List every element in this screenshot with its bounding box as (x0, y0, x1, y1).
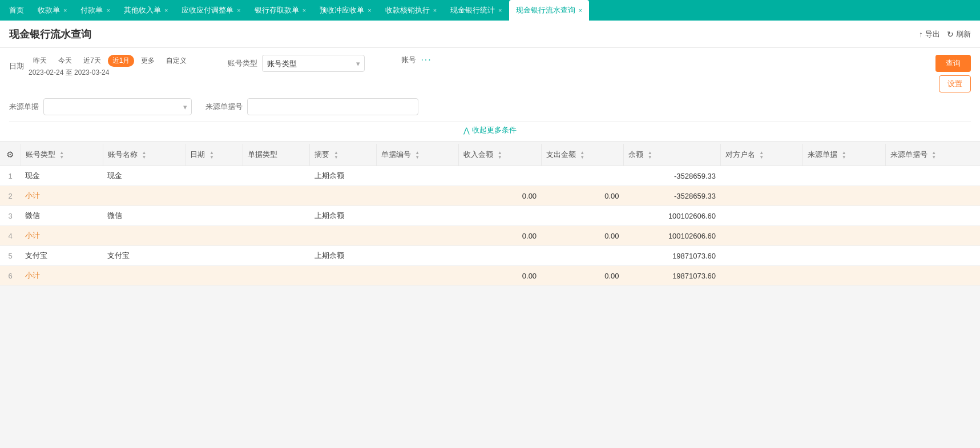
row-balance: -3528659.33 (624, 166, 720, 186)
date-opt-7days[interactable]: 近7天 (79, 55, 106, 67)
source-doc-select[interactable] (43, 98, 192, 115)
query-button[interactable]: 查询 (935, 55, 971, 72)
date-label: 日期 (9, 61, 24, 71)
refresh-button[interactable]: ↻ 刷新 (947, 29, 971, 39)
settings-button[interactable]: 设置 (939, 75, 971, 92)
row-balance: 19871073.60 (624, 246, 720, 266)
date-opt-custom[interactable]: 自定义 (162, 55, 191, 67)
row-expense: 0.00 (541, 266, 623, 286)
col-settings[interactable]: ⚙ (0, 144, 21, 166)
collapse-filter-button[interactable]: ⋀ 收起更多条件 (9, 121, 971, 139)
close-cash-flow-icon[interactable]: × (579, 0, 582, 21)
row-account-type: 小计 (21, 266, 103, 286)
date-opt-today[interactable]: 今天 (54, 55, 76, 67)
row-source-doc (803, 206, 885, 226)
row-account-type: 小计 (21, 226, 103, 246)
row-balance: 19871073.60 (624, 266, 720, 286)
row-summary (310, 226, 376, 246)
top-navigation: 首页 收款单 × 付款单 × 其他收入单 × 应收应付调整单 × 银行存取款单 … (0, 0, 980, 21)
row-date (185, 246, 243, 266)
nav-bank-deposit[interactable]: 银行存取款单 × (248, 0, 313, 21)
row-source-doc (803, 226, 885, 246)
row-date (185, 266, 243, 286)
row-doc-type (243, 206, 310, 226)
data-table-wrapper: ⚙ 账号类型 ▲▼ 账号名称 ▲▼ 日期 ▲▼ 单据类型 摘 (0, 144, 980, 286)
close-payment-icon[interactable]: × (106, 0, 110, 21)
date-opt-yesterday[interactable]: 昨天 (29, 55, 51, 67)
row-account-name: 支付宝 (103, 246, 185, 266)
nav-other-income[interactable]: 其他收入单 × (117, 0, 175, 21)
table-row: 4小计0.000.00100102606.60 (0, 226, 980, 246)
row-doc-type (243, 226, 310, 246)
row-index: 5 (0, 246, 21, 266)
row-account-name (103, 226, 185, 246)
row-doc-no (376, 246, 458, 266)
nav-ar-ap-adjust[interactable]: 应收应付调整单 × (175, 0, 247, 21)
account-type-select[interactable]: 账号类型 (262, 55, 365, 72)
col-counterpart[interactable]: 对方户名 ▲▼ (720, 144, 802, 166)
source-doc-no-input[interactable] (247, 98, 418, 115)
row-summary (310, 266, 376, 286)
date-filter-col: 昨天 今天 近7天 近1月 更多 自定义 2023-02-24 至 2023-0… (29, 55, 191, 78)
source-doc-select-wrapper (43, 98, 192, 115)
row-source-doc-no (885, 266, 980, 286)
nav-cash-stats[interactable]: 现金银行统计 × (443, 0, 509, 21)
account-filter-group: 账号 ··· (401, 55, 431, 65)
col-income[interactable]: 收入金额 ▲▼ (459, 144, 541, 166)
nav-receipt-exec[interactable]: 收款核销执行 × (378, 0, 443, 21)
settings-gear-icon[interactable]: ⚙ (6, 150, 14, 159)
row-income: 0.00 (459, 266, 541, 286)
row-balance: -3528659.33 (624, 186, 720, 206)
row-source-doc (803, 166, 885, 186)
col-balance[interactable]: 余额 ▲▼ (624, 144, 720, 166)
col-date[interactable]: 日期 ▲▼ (185, 144, 243, 166)
row-date (185, 186, 243, 206)
row-source-doc-no (885, 226, 980, 246)
row-counterpart (720, 166, 802, 186)
nav-payment[interactable]: 付款单 × (74, 0, 116, 21)
export-button[interactable]: ↑ 导出 (919, 29, 940, 39)
row-source-doc (803, 246, 885, 266)
close-prepay-icon[interactable]: × (368, 0, 371, 21)
col-doc-type[interactable]: 单据类型 (243, 144, 310, 166)
col-doc-no[interactable]: 单据编号 ▲▼ (376, 144, 458, 166)
col-source-doc-no[interactable]: 来源单据号 ▲▼ (885, 144, 980, 166)
row-index: 1 (0, 166, 21, 186)
account-type-filter-group: 账号类型 账号类型 (228, 55, 365, 72)
row-counterpart (720, 246, 802, 266)
filter-row-2: 来源单据 来源单据号 (9, 98, 971, 115)
row-source-doc-no (885, 246, 980, 266)
source-doc-filter-group: 来源单据 (9, 98, 192, 115)
account-ellipsis[interactable]: ··· (421, 55, 431, 65)
date-opt-1month[interactable]: 近1月 (108, 55, 135, 67)
row-expense: 0.00 (541, 186, 623, 206)
row-date (185, 206, 243, 226)
account-type-select-wrapper: 账号类型 (262, 55, 365, 72)
row-doc-type (243, 166, 310, 186)
close-bank-deposit-icon[interactable]: × (303, 0, 306, 21)
col-source-doc[interactable]: 来源单据 ▲▼ (803, 144, 885, 166)
row-counterpart (720, 206, 802, 226)
close-other-income-icon[interactable]: × (164, 0, 168, 21)
source-doc-no-label: 来源单据号 (205, 102, 243, 112)
row-summary: 上期余额 (310, 206, 376, 226)
row-counterpart (720, 266, 802, 286)
date-opt-more[interactable]: 更多 (136, 55, 159, 67)
row-expense: 0.00 (541, 226, 623, 246)
col-summary[interactable]: 摘要 ▲▼ (310, 144, 376, 166)
nav-prepay[interactable]: 预收冲应收单 × (313, 0, 378, 21)
row-account-type: 微信 (21, 206, 103, 226)
row-doc-no (376, 186, 458, 206)
nav-receipt[interactable]: 收款单 × (31, 0, 74, 21)
col-account-type[interactable]: 账号类型 ▲▼ (21, 144, 103, 166)
nav-home[interactable]: 首页 (2, 0, 31, 21)
close-cash-stats-icon[interactable]: × (498, 0, 502, 21)
col-account-name[interactable]: 账号名称 ▲▼ (103, 144, 185, 166)
page-header: 现金银行流水查询 ↑ 导出 ↻ 刷新 (0, 21, 980, 48)
close-ar-ap-icon[interactable]: × (237, 0, 240, 21)
nav-cash-flow[interactable]: 现金银行流水查询 × (509, 0, 589, 21)
col-expense[interactable]: 支出金额 ▲▼ (541, 144, 623, 166)
close-receipt-exec-icon[interactable]: × (433, 0, 437, 21)
row-summary: 上期余额 (310, 166, 376, 186)
close-receipt-icon[interactable]: × (63, 0, 67, 21)
